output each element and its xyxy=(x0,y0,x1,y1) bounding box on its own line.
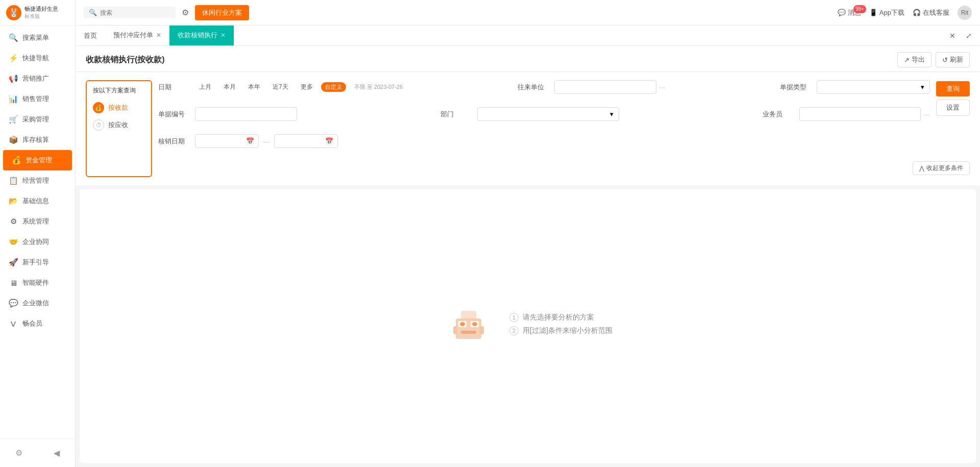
sidebar-item-基础信息[interactable]: 📂 基础信息 xyxy=(0,191,75,211)
message-icon: 💬 xyxy=(838,9,846,16)
tab-prepaid-close[interactable]: ✕ xyxy=(156,32,161,39)
filter-option-by-receivable[interactable]: ⏱ 按应收 xyxy=(87,116,151,134)
tab-home[interactable]: 首页 xyxy=(76,26,105,45)
verify-date-start-field[interactable]: 2023-03-01 📅 xyxy=(195,134,259,148)
filter-date-row: 日期 上月 本月 本年 近7天 更多 自定义 不限 至 2023-07-26 xyxy=(158,80,930,94)
dept-label: 部门 xyxy=(440,110,471,119)
nav-label-11: 新手引导 xyxy=(22,258,49,267)
sidebar-item-搜索菜单[interactable]: 🔍 搜索菜单 xyxy=(0,28,75,48)
query-button[interactable]: 查询 xyxy=(936,81,970,96)
nav-icon-13: 💬 xyxy=(8,298,18,308)
service-icon: 🎧 xyxy=(913,9,921,16)
date-btn-this-year[interactable]: 本年 xyxy=(244,82,264,92)
solution-button[interactable]: 休闲行业方案 xyxy=(195,5,249,20)
tab-bar: 首页 预付冲应付单 ✕ 收款核销执行 ✕ ✕ ⤢ xyxy=(76,26,980,46)
page-title: 收款核销执行(按收款) xyxy=(86,55,165,65)
collapse-chevron-icon: ⋀ xyxy=(919,165,924,172)
sidebar-item-库存核算[interactable]: 📦 库存核算 xyxy=(0,130,75,150)
sidebar-item-企业微信[interactable]: 💬 企业微信 xyxy=(0,293,75,313)
nav-label-1: 快捷导航 xyxy=(22,54,49,63)
settings-bottom-icon[interactable]: ⚙ xyxy=(9,444,29,462)
doc-type-label: 单据类型 xyxy=(780,83,811,92)
window-controls: ✕ ⤢ xyxy=(941,26,980,45)
collapse-more-btn[interactable]: ⋀ 收起更多条件 xyxy=(913,161,970,175)
doc-no-input[interactable] xyxy=(195,107,297,121)
sidebar-item-销售管理[interactable]: 📊 销售管理 xyxy=(0,89,75,109)
sidebar-item-营销推广[interactable]: 📢 营销推广 xyxy=(0,68,75,89)
settings-button[interactable]: 设置 xyxy=(936,100,970,116)
refresh-icon: ↺ xyxy=(942,56,948,64)
svg-rect-4 xyxy=(453,326,457,334)
maximize-window-btn[interactable]: ⤢ xyxy=(962,29,976,43)
filter-option-by-receipt[interactable]: 💰 按收款 xyxy=(87,99,151,116)
receipt-option-icon: 💰 xyxy=(93,102,104,113)
calendar-start-icon[interactable]: 📅 xyxy=(246,137,254,145)
export-button[interactable]: ↗ 导出 xyxy=(897,52,932,67)
nav-label-0: 搜索菜单 xyxy=(22,33,49,42)
date-btn-7days[interactable]: 近7天 xyxy=(268,82,292,92)
calendar-end-icon[interactable]: 📅 xyxy=(325,137,333,145)
sidebar-item-畅会员[interactable]: V 畅会员 xyxy=(0,313,75,334)
tab-receipt-verify[interactable]: 收款核销执行 ✕ xyxy=(169,26,234,45)
sidebar-item-企业协同[interactable]: 🤝 企业协同 xyxy=(0,232,75,252)
message-badge: 99+ xyxy=(853,5,866,13)
online-service-button[interactable]: 🎧 在线客服 xyxy=(913,8,949,17)
app-logo: 🐰 畅捷通好生意 标准版 xyxy=(0,0,75,26)
receipt-option-label: 按收款 xyxy=(108,103,128,112)
filter-sidebar-title: 按以下方案查询 xyxy=(87,86,151,99)
tab-receipt-verify-close[interactable]: ✕ xyxy=(220,32,226,39)
receivable-option-icon: ⏱ xyxy=(93,119,104,131)
search-bar[interactable]: 🔍 xyxy=(84,7,176,18)
nav-label-14: 畅会员 xyxy=(22,319,42,328)
verify-date-range: 2023-03-01 📅 — 2023-07-21 📅 xyxy=(195,134,338,148)
sidebar-item-新手引导[interactable]: 🚀 新手引导 xyxy=(0,252,75,273)
tab-prepaid[interactable]: 预付冲应付单 ✕ xyxy=(105,26,169,45)
message-button[interactable]: 💬 消息 99+ xyxy=(838,8,861,17)
sidebar-item-资金管理[interactable]: 💰 资金管理 xyxy=(3,150,72,170)
verify-date-start-input[interactable]: 2023-03-01 xyxy=(200,137,243,145)
svg-rect-8 xyxy=(461,311,476,320)
search-icon: 🔍 xyxy=(89,9,97,16)
main-area: 🔍 ⚙ 休闲行业方案 💬 消息 99+ 📱 App下载 🎧 在线客服 xyxy=(76,0,980,467)
staff-input[interactable] xyxy=(799,107,921,121)
gear-icon[interactable]: ⚙ xyxy=(182,8,189,17)
sidebar-item-经营管理[interactable]: 📋 经营管理 xyxy=(0,170,75,191)
nav-label-7: 经营管理 xyxy=(22,176,49,185)
page-header-actions: ↗ 导出 ↺ 刷新 xyxy=(897,52,970,67)
sidebar-item-采购管理[interactable]: 🛒 采购管理 xyxy=(0,109,75,130)
search-input[interactable] xyxy=(100,9,166,16)
user-avatar[interactable]: Rit xyxy=(958,6,972,20)
page-header: 收款核销执行(按收款) ↗ 导出 ↺ 刷新 xyxy=(76,46,980,72)
nav-label-13: 企业微信 xyxy=(22,299,49,308)
date-range-separator: — xyxy=(263,137,270,145)
nav-icon-2: 📢 xyxy=(8,73,18,84)
verify-date-end-input[interactable]: 2023-07-21 xyxy=(279,137,322,145)
logo-sub: 标准版 xyxy=(24,13,58,20)
tab-receipt-verify-label: 收款核销执行 xyxy=(178,31,217,40)
nav-icon-11: 🚀 xyxy=(8,257,18,267)
date-btn-this-month[interactable]: 本月 xyxy=(219,82,240,92)
counterpart-input[interactable] xyxy=(554,80,656,94)
refresh-label: 刷新 xyxy=(950,55,963,64)
collapse-sidebar-btn[interactable]: ◀ xyxy=(47,444,66,462)
refresh-button[interactable]: ↺ 刷新 xyxy=(936,52,970,67)
sidebar-item-智能硬件[interactable]: 🖥 智能硬件 xyxy=(0,273,75,293)
sidebar-item-快捷导航[interactable]: ⚡ 快捷导航 xyxy=(0,48,75,68)
sidebar-item-系统管理[interactable]: ⚙ 系统管理 xyxy=(0,211,75,232)
svg-point-6 xyxy=(460,322,465,326)
date-custom-tag[interactable]: 自定义 xyxy=(321,82,346,92)
user-name: Rit xyxy=(961,9,969,16)
date-btn-last-month[interactable]: 上月 xyxy=(195,82,215,92)
app-download-button[interactable]: 📱 App下载 xyxy=(869,8,904,17)
close-window-btn[interactable]: ✕ xyxy=(945,29,960,43)
counterpart-label: 往来单位 xyxy=(518,83,548,92)
dept-arrow: ▾ xyxy=(610,110,614,118)
dept-select[interactable]: ▾ xyxy=(477,107,620,121)
receivable-option-label: 按应收 xyxy=(108,120,128,130)
nav-icon-6: 💰 xyxy=(11,155,21,165)
verify-date-end-field[interactable]: 2023-07-21 📅 xyxy=(274,134,338,148)
doc-type-select[interactable]: ▾ xyxy=(817,80,930,94)
query-actions: 查询 设置 xyxy=(936,81,970,116)
date-btn-more[interactable]: 更多 xyxy=(297,82,317,92)
topbar-left: 🔍 ⚙ 休闲行业方案 xyxy=(84,5,249,20)
